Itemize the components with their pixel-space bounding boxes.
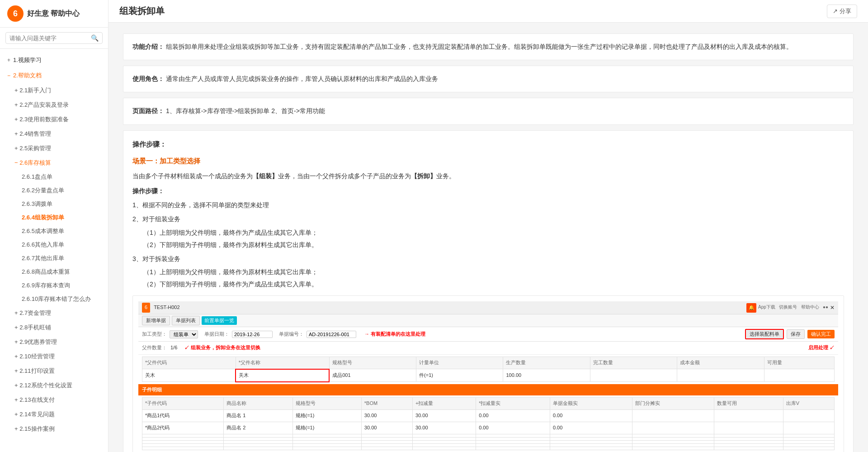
mock-order-input[interactable] xyxy=(307,331,356,338)
share-button[interactable]: ↗ 分享 xyxy=(827,5,857,18)
nav-sub-sub-2.6: 2.6.1盘点单 2.6.2分量盘点单 2.6.3调拨单 2.6.4组装拆卸单 … xyxy=(0,170,108,306)
sidebar-item-2.4[interactable]: + 2.4销售管理 xyxy=(0,127,108,141)
role-text: 通常由生产人员或库管人员完成拆装业务的操作，库管人员确认原材料的出库和产成品的入… xyxy=(166,75,438,82)
scenario1-title: 场景一：加工类型选择 xyxy=(132,157,200,165)
intro-text: 组装拆卸单用来处理企业组装或拆卸等加工业务，支持有固定装配清单的产品加工业务，也… xyxy=(166,43,793,50)
sidebar-item-docs[interactable]: − 2.帮助文档 xyxy=(0,68,108,83)
sidebar-item-2.6[interactable]: − 2.6库存核算 xyxy=(0,156,108,170)
role-label: 使用角色： xyxy=(132,75,164,82)
plus-icon: + xyxy=(14,309,19,316)
scenario1-desc1: 当由多个子件材料组装成一个成品的业务为【组装】业务，当由一个父件拆分成多个子产品… xyxy=(132,171,844,182)
search-box[interactable]: 🔍 xyxy=(5,32,103,44)
sidebar-item-2.6.3[interactable]: 2.6.3调拨单 xyxy=(0,197,108,211)
screenshot-container: 6 TEST-H002 🔔 App下载 切换账号 帮助中心 ●● ✕ 新增单据 … xyxy=(132,295,844,452)
mock-td-code: 关木 xyxy=(142,369,236,382)
mock-close-icon[interactable]: ✕ xyxy=(830,303,835,313)
mock-td-name: 关木 xyxy=(236,369,329,382)
mock-child-th-8: 部门分摊实 xyxy=(632,398,714,410)
mock-new-btn[interactable]: 新增单据 xyxy=(142,316,170,325)
sidebar-item-2.12[interactable]: + 2.12系统个性化设置 xyxy=(0,378,108,393)
sidebar-item-2.2[interactable]: + 2.2产品安装及登录 xyxy=(0,98,108,112)
mock-td-spec: 成品001 xyxy=(329,369,416,382)
mock-td-avail xyxy=(764,369,834,382)
sidebar-item-2.6.10[interactable]: 2.6.10库存账本错了怎么办 xyxy=(0,292,108,306)
plus-icon: + xyxy=(14,425,19,432)
sidebar-item-2.7[interactable]: + 2.7资金管理 xyxy=(0,306,108,320)
sidebar-item-2.9[interactable]: + 2.9优惠券管理 xyxy=(0,335,108,349)
app-name: 好生意 帮助中心 xyxy=(27,9,80,19)
plus-icon: + xyxy=(14,87,19,94)
sidebar-item-2.6.1[interactable]: 2.6.1盘点单 xyxy=(0,170,108,184)
path-text: 1、库存核算->库存管理->组装拆卸单 2、首页->常用功能 xyxy=(166,107,325,114)
nav-tree: + 1.视频学习 − 2.帮助文档 + 2.1新手入门 + 2.2产品安装及登录 xyxy=(0,49,108,452)
mock-confirm-btn[interactable]: 确认完工 xyxy=(807,330,835,338)
mock-child-th-9: 数量可用 xyxy=(714,398,783,410)
step3: 3、对于拆装业务 xyxy=(132,253,844,265)
table-row xyxy=(142,434,835,437)
mock-td-prod-qty: 100.00 xyxy=(503,369,590,382)
sidebar-item-video[interactable]: + 1.视频学习 xyxy=(0,52,108,68)
mock-child-th-2: 商品名称 xyxy=(224,398,292,410)
role-block: 使用角色： 通常由生产人员或库管人员完成拆装业务的操作，库管人员确认原材料的出库… xyxy=(123,66,854,92)
mock-select-btn[interactable]: 选择装配料单 xyxy=(745,329,784,339)
mock-parent-table-container: *父件代码 *父件名称 规格型号 计量单位 生产数量 完工数量 成本金额 可用量 xyxy=(138,355,838,384)
mock-child-th-10: 出库V xyxy=(783,398,834,410)
sidebar-item-2.6.5[interactable]: 2.6.5成本调整单 xyxy=(0,224,108,238)
sidebar-item-2.15[interactable]: + 2.15操作案例 xyxy=(0,422,108,436)
sidebar-item-2.6.7[interactable]: 2.6.7其他出库单 xyxy=(0,252,108,265)
sidebar-item-2.6.6[interactable]: 2.6.6其他入库单 xyxy=(0,238,108,252)
mock-bell-icon: 🔔 xyxy=(746,303,756,313)
table-row: *商品1代码 商品名 1 规格(=1) 30.00 30.00 0.00 0.0… xyxy=(142,410,835,422)
mock-type-selector[interactable]: 组装单 拆卸单 xyxy=(170,330,198,338)
search-area: 🔍 xyxy=(0,28,108,49)
sidebar-item-2.1[interactable]: + 2.1新手入门 xyxy=(0,83,108,98)
plus-icon: + xyxy=(14,338,19,345)
sidebar-item-2.3[interactable]: + 2.3使用前数据准备 xyxy=(0,112,108,127)
nav-section-video: + 1.视频学习 xyxy=(0,52,108,68)
sidebar-item-2.6.9[interactable]: 2.6.9库存账本查询 xyxy=(0,279,108,292)
sidebar-item-2.14[interactable]: + 2.14常见问题 xyxy=(0,407,108,422)
mock-th-unit: 计量单位 xyxy=(416,357,503,369)
sidebar-item-2.8[interactable]: + 2.8手机旺铺 xyxy=(0,320,108,335)
mock-parent-qty-label: 父件数量： xyxy=(142,343,167,352)
mock-date-input[interactable] xyxy=(232,331,273,338)
intro-label: 功能介绍： xyxy=(132,43,164,50)
mock-child-header: 子件明细 xyxy=(138,384,838,396)
sidebar-item-2.6.2[interactable]: 2.6.2分量盘点单 xyxy=(0,184,108,197)
content-area: 功能介绍： 组装拆卸单用来处理企业组装或拆卸等加工业务，支持有固定装配清单的产品… xyxy=(108,23,868,452)
step1: 1、根据不同的业务，选择不同单据的类型来处理 xyxy=(132,200,844,211)
sidebar-item-2.11[interactable]: + 2.11打印设置 xyxy=(0,364,108,378)
plus-icon: + xyxy=(14,130,19,137)
plus-icon: + xyxy=(14,382,19,389)
sidebar-item-2.13[interactable]: + 2.13在线支付 xyxy=(0,393,108,407)
sidebar-item-2.10[interactable]: + 2.10经营管理 xyxy=(0,349,108,364)
mock-titlebar: 6 TEST-H002 🔔 App下载 切换账号 帮助中心 ●● ✕ xyxy=(138,301,838,314)
mock-parent-qty: 1/6 xyxy=(170,343,177,352)
share-icon: ↗ xyxy=(833,8,838,14)
mock-th-spec: 规格型号 xyxy=(329,357,416,369)
mock-td-unit: 件(=1) xyxy=(416,369,503,382)
search-input[interactable] xyxy=(9,35,91,42)
table-row xyxy=(142,447,835,450)
step2: 2、对于组装业务 xyxy=(132,214,844,225)
table-row xyxy=(142,440,835,443)
annotation-switch: ↙ 组装业务，拆卸业务在这里切换 xyxy=(184,343,260,352)
path-label: 页面路径： xyxy=(132,107,164,114)
logo-icon: 6 xyxy=(7,5,24,22)
mock-list-btn[interactable]: 单据列表 xyxy=(172,316,200,325)
mock-nav-icons: App下载 切换账号 帮助中心 ●● xyxy=(758,303,828,313)
sidebar-item-2.5[interactable]: + 2.5采购管理 xyxy=(0,141,108,156)
mock-parent-table: *父件代码 *父件名称 规格型号 计量单位 生产数量 完工数量 成本金额 可用量 xyxy=(142,357,835,382)
sidebar-item-2.6.4[interactable]: 2.6.4组装拆卸单 xyxy=(0,211,108,224)
search-icon[interactable]: 🔍 xyxy=(91,34,99,42)
mock-date-label: 单据日期： xyxy=(204,330,229,339)
plus-icon: + xyxy=(7,57,10,63)
sidebar-item-2.6.8[interactable]: 2.6.8商品成本重算 xyxy=(0,265,108,279)
mock-save-btn[interactable]: 保存 xyxy=(787,329,805,339)
mock-type-select[interactable]: 前置单据一览 xyxy=(202,316,237,325)
minus-icon: − xyxy=(14,159,19,166)
mock-th-prod-qty: 生产数量 xyxy=(503,357,590,369)
mock-app-logo: 6 xyxy=(142,303,150,313)
annotation-enable: 启用处理 ↙ xyxy=(808,343,835,352)
table-row: 关木 关木 成品001 件(=1) 100.00 xyxy=(142,369,835,382)
